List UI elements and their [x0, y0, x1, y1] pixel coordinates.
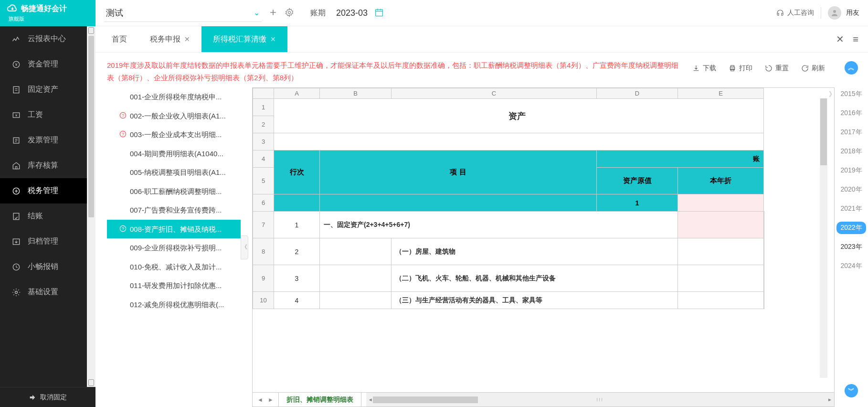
svg-text:?: ? — [122, 226, 124, 231]
svg-point-12 — [288, 11, 291, 13]
nav-item-5[interactable]: 库存核算 — [0, 153, 95, 178]
svg-point-11 — [15, 291, 18, 293]
headset-icon — [776, 9, 784, 17]
refresh-button[interactable]: 刷新 — [801, 64, 825, 73]
year-2016年[interactable]: 2016年 — [836, 107, 866, 119]
report-item-0[interactable]: 001-企业所得税年度纳税申... — [107, 87, 241, 107]
year-2015年[interactable]: 2015年 — [836, 88, 866, 100]
nav-item-8[interactable]: 归档管理 — [0, 229, 95, 254]
nav-icon — [11, 34, 21, 44]
sheet-vscrollbar[interactable] — [820, 98, 827, 378]
svg-text:?: ? — [122, 113, 124, 118]
year-2020年[interactable]: 2020年 — [836, 183, 866, 196]
cloud-icon — [7, 3, 18, 14]
report-item-2[interactable]: ?003-一般企业成本支出明细... — [107, 125, 241, 144]
spreadsheet: 》 ABCDE1资产234行次项 目账5资产原值本年折6171一、固定资产(2+… — [252, 87, 835, 407]
chevron-down-icon: ⌄ — [254, 8, 260, 17]
nav-icon — [11, 237, 21, 246]
period-label: 账期 — [310, 8, 326, 18]
nav-icon — [11, 85, 21, 95]
help-link[interactable]: 人工咨询 — [776, 9, 814, 17]
nav-item-9[interactable]: 小畅报销 — [0, 254, 95, 279]
sheet-grid[interactable]: ABCDE1资产234行次项 目账5资产原值本年折6171一、固定资产(2+3+… — [252, 87, 835, 393]
tab-1[interactable]: 税务申报✕ — [138, 26, 201, 52]
nav-item-10[interactable]: 基础设置 — [0, 279, 95, 305]
nav-icon: ¥ — [11, 60, 21, 69]
report-item-4[interactable]: 005-纳税调整项目明细表(A1... — [107, 163, 241, 182]
report-item-10[interactable]: 011-研发费用加计扣除优惠... — [107, 276, 241, 295]
download-button[interactable]: 下载 — [692, 64, 716, 73]
calendar-icon[interactable] — [374, 8, 384, 19]
period-value[interactable]: 2023-03 — [336, 8, 368, 18]
sidebar-scrollbar[interactable] — [87, 26, 95, 387]
svg-rect-13 — [376, 10, 383, 16]
svg-rect-16 — [731, 65, 734, 67]
tab-close-icon[interactable]: ✕ — [184, 35, 190, 43]
svg-rect-17 — [731, 69, 734, 71]
settings-button[interactable] — [285, 8, 294, 19]
tab-2[interactable]: 所得税汇算清缴✕ — [201, 26, 287, 52]
sheet-tab[interactable]: 折旧、摊销调整明细表 — [278, 393, 361, 407]
report-item-7[interactable]: ?008-资产折旧、摊销及纳税... — [107, 220, 241, 239]
nav-icon — [11, 262, 21, 272]
nav-icon — [11, 161, 21, 171]
add-button[interactable] — [268, 8, 278, 19]
tab-close-icon[interactable]: ✕ — [270, 35, 276, 43]
unpin-button[interactable]: 取消固定 — [0, 387, 95, 407]
svg-rect-2 — [13, 86, 19, 93]
brand-logo: 畅捷通好会计 旗舰版 — [0, 0, 95, 26]
user-menu[interactable]: 用友 — [828, 6, 859, 20]
print-button[interactable]: 打印 — [729, 64, 752, 73]
nav-icon — [11, 212, 21, 221]
pin-icon — [29, 394, 36, 401]
report-list: 001-企业所得税年度纳税申...?002-一般企业收入明细表(A1...?00… — [107, 87, 241, 407]
tabs: 首页税务申报✕所得税汇算清缴✕ ✕ ≡ — [95, 26, 868, 53]
sheet-nav[interactable]: ◄► — [253, 393, 278, 407]
nav-item-1[interactable]: ¥资金管理 — [0, 52, 95, 77]
warn-icon: ? — [119, 130, 127, 138]
avatar — [828, 6, 841, 20]
report-item-6[interactable]: 007-广告费和业务宣传费跨... — [107, 201, 241, 220]
nav-icon — [11, 288, 21, 297]
reset-button[interactable]: 重置 — [765, 64, 789, 73]
sheet-hscrollbar[interactable]: ◄ ⁞⁞⁞ ► — [366, 393, 834, 407]
nav-item-6[interactable]: 税务管理 — [0, 178, 95, 204]
year-2018年[interactable]: 2018年 — [836, 145, 866, 158]
topbar: 测试 ⌄ 账期 2023-03 人工咨询 用友 — [95, 0, 868, 26]
year-down-button[interactable]: ︾ — [845, 384, 858, 397]
report-item-5[interactable]: 006-职工薪酬纳税调整明细... — [107, 182, 241, 201]
svg-rect-6 — [15, 166, 17, 169]
year-2021年[interactable]: 2021年 — [836, 203, 866, 215]
year-2017年[interactable]: 2017年 — [836, 126, 866, 139]
notice-text: 2019年度涉及取以前年度结转数据的申报表单元格需要手工维护正确，才能保证本年及… — [107, 59, 683, 84]
collapse-handle[interactable]: 《 — [241, 236, 248, 259]
warn-icon: ? — [119, 112, 127, 119]
nav-item-7[interactable]: 结账 — [0, 204, 95, 229]
year-2023年[interactable]: 2023年 — [836, 241, 866, 253]
svg-point-14 — [833, 10, 836, 13]
nav-item-0[interactable]: 云报表中心 — [0, 26, 95, 52]
year-2022年[interactable]: 2022年 — [836, 222, 866, 234]
nav-item-4[interactable]: 发票管理 — [0, 128, 95, 153]
year-2019年[interactable]: 2019年 — [836, 164, 866, 177]
svg-text:?: ? — [122, 132, 124, 137]
company-selector[interactable]: 测试 ⌄ — [104, 4, 262, 22]
year-up-button[interactable]: ︽ — [845, 61, 858, 75]
nav-icon — [11, 136, 21, 145]
report-item-8[interactable]: 009-企业所得税弥补亏损明... — [107, 238, 241, 257]
warn-icon: ? — [119, 225, 127, 232]
tab-close-all[interactable]: ✕ — [836, 33, 844, 45]
year-2024年[interactable]: 2024年 — [836, 260, 866, 272]
report-item-3[interactable]: 004-期间费用明细表(A1040... — [107, 144, 241, 163]
tab-more[interactable]: ≡ — [853, 34, 858, 45]
svg-text:¥: ¥ — [15, 62, 18, 67]
report-item-9[interactable]: 010-免税、减计收入及加计... — [107, 257, 241, 277]
report-item-11[interactable]: 012-减免所得税优惠明细表(... — [107, 295, 241, 314]
year-panel: ︽ 2015年2016年2017年2018年2019年2020年2021年202… — [835, 53, 868, 407]
tab-0[interactable]: 首页 — [100, 26, 138, 52]
report-item-1[interactable]: ?002-一般企业收入明细表(A1... — [107, 107, 241, 126]
nav-icon — [11, 186, 21, 196]
nav-item-3[interactable]: ¥工资 — [0, 102, 95, 128]
nav-item-2[interactable]: 固定资产 — [0, 77, 95, 102]
svg-text:¥: ¥ — [15, 113, 18, 117]
